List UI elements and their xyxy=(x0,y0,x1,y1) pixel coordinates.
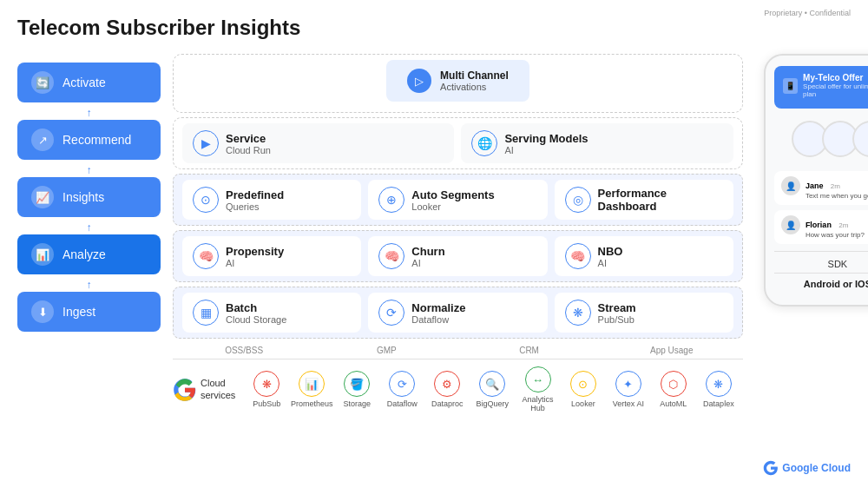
service-bigquery: 🔍 BigQuery xyxy=(471,371,513,408)
normalize-title: Normalize xyxy=(411,301,465,314)
vertex-ai-label: Vertex AI xyxy=(613,399,644,408)
automl-icon: ⬡ xyxy=(661,371,687,397)
performance-dashboard-icon: ◎ xyxy=(565,187,591,213)
phone-message-florian: 👤 Florian 2m How was your trip? xyxy=(774,210,868,244)
florian-name: Florian xyxy=(806,221,832,229)
normalize-box: ⟳ Normalize Dataflow xyxy=(368,293,547,333)
google-logo-icon xyxy=(173,378,197,402)
dataflow-icon: ⟳ xyxy=(389,371,415,397)
analyze-button[interactable]: 📊 Analyze xyxy=(17,234,161,274)
analyze-icon: 📊 xyxy=(31,243,54,266)
ingest-icon: ⬇ xyxy=(31,300,54,323)
jane-name: Jane xyxy=(806,181,824,190)
service-automl: ⬡ AutoML xyxy=(653,371,694,408)
serving-models-subtitle: AI xyxy=(504,145,588,155)
ingest-row: ▦ Batch Cloud Storage ⟳ Normalize Datafl… xyxy=(182,293,733,333)
nbo-subtitle: AI xyxy=(598,258,623,268)
label-app-usage: App Usage xyxy=(604,346,740,355)
confidential-label: Proprietary • Confidential xyxy=(764,9,851,17)
offer-icon: 📱 xyxy=(783,78,798,94)
looker-icon: ⊙ xyxy=(570,371,596,397)
stream-title: Stream xyxy=(598,301,636,314)
service-dataplex: ❋ Dataplex xyxy=(698,371,740,408)
bigquery-icon: 🔍 xyxy=(479,371,505,397)
google-cloud-brand: Google Cloud xyxy=(763,460,851,476)
predefined-subtitle: Queries xyxy=(226,201,284,212)
batch-title: Batch xyxy=(226,301,286,314)
predefined-icon: ⊙ xyxy=(193,187,219,213)
pubsub-icon: ❋ xyxy=(253,371,279,397)
dataplex-label: Dataplex xyxy=(703,399,734,408)
churn-icon: 🧠 xyxy=(378,243,404,269)
jane-message: Text me when you get here! xyxy=(806,192,868,200)
analytics-hub-icon: ↔ xyxy=(525,366,551,392)
phone-message-jane: 👤 Jane 2m Text me when you get here! xyxy=(774,171,868,205)
insights-icon: 📈 xyxy=(31,186,54,208)
activate-label: Activate xyxy=(62,76,106,89)
dataplex-icon: ❋ xyxy=(706,371,732,397)
storage-icon: 🪣 xyxy=(344,371,370,397)
service-prometheus: 📊 Prometheus xyxy=(291,371,332,408)
arrow-2: ↑ xyxy=(17,167,161,174)
normalize-subtitle: Dataflow xyxy=(411,314,465,325)
phone-column: 📱 My-Telco Offer Special offer for unlim… xyxy=(755,54,868,436)
storage-label: Storage xyxy=(344,399,372,408)
label-gmp: GMP xyxy=(319,346,454,355)
florian-message: How was your trip? xyxy=(806,231,865,239)
recommend-button[interactable]: ↗ Recommend xyxy=(17,120,161,160)
label-crm: CRM xyxy=(461,346,596,355)
ingest-button[interactable]: ⬇ Ingest xyxy=(17,292,161,332)
multichannel-subtitle: Activations xyxy=(440,82,509,92)
service-storage: 🪣 Storage xyxy=(336,371,378,408)
service-vertex-ai: ✦ Vertex AI xyxy=(608,371,649,408)
phone-sdk-label: SDK xyxy=(774,251,868,269)
dataflow-label: Dataflow xyxy=(387,399,418,408)
normalize-icon: ⟳ xyxy=(378,300,404,326)
label-oss: OSS/BSS xyxy=(176,346,312,355)
circle-c xyxy=(852,121,868,157)
nbo-title: NBO xyxy=(598,245,623,258)
cloud-text-label: Cloudservices xyxy=(201,378,235,400)
auto-segments-subtitle: Looker xyxy=(411,201,494,212)
ingest-label: Ingest xyxy=(62,305,95,319)
looker-label: Looker xyxy=(571,399,595,408)
insights-section: ⊙ Predefined Queries ⊕ Auto Segments Loo… xyxy=(173,174,743,226)
propensity-subtitle: AI xyxy=(226,258,284,268)
dataproc-label: Dataproc xyxy=(431,399,464,408)
stream-subtitle: Pub/Sub xyxy=(598,314,636,325)
google-brand: Cloudservices xyxy=(173,378,235,402)
florian-time: 2m xyxy=(838,221,848,229)
multichannel-section: ▷ Multi Channel Activations xyxy=(173,54,743,113)
google-cloud-text: Google Cloud xyxy=(782,462,851,474)
analyze-section: 🧠 Propensity AI 🧠 Churn AI xyxy=(173,230,743,282)
propensity-title: Propensity xyxy=(226,245,284,258)
service-title: Service xyxy=(226,132,271,145)
batch-subtitle: Cloud Storage xyxy=(226,314,286,325)
service-analytics-hub: ↔ Analytics Hub xyxy=(516,366,559,412)
left-nav-column: 🔄 Activate ↑ ↗ Recommend ↑ 📈 Insights ↑ … xyxy=(17,54,161,436)
phone-offer-card: 📱 My-Telco Offer Special offer for unlim… xyxy=(774,66,868,109)
multichannel-box: ▷ Multi Channel Activations xyxy=(386,60,529,102)
churn-box: 🧠 Churn AI xyxy=(368,236,547,276)
phone-platform-label: Android or IOS xyxy=(774,273,868,294)
recommend-label: Recommend xyxy=(62,133,131,147)
vertex-ai-icon: ✦ xyxy=(615,371,641,397)
service-pubsub: ❋ PubSub xyxy=(246,371,287,408)
insights-button[interactable]: 📈 Insights xyxy=(17,177,161,217)
activate-button[interactable]: 🔄 Activate xyxy=(17,63,161,102)
arrow-3: ↑ xyxy=(17,224,161,231)
auto-segments-icon: ⊕ xyxy=(378,187,404,213)
offer-subtitle: Special offer for unlimited plan xyxy=(803,82,868,98)
prometheus-label: Prometheus xyxy=(291,399,333,408)
jane-avatar: 👤 xyxy=(781,176,800,195)
offer-title: My-Telco Offer xyxy=(803,73,868,82)
multichannel-title: Multi Channel xyxy=(440,69,509,82)
performance-dashboard-title: Performance Dashboard xyxy=(598,187,723,213)
nbo-icon: 🧠 xyxy=(565,243,591,269)
service-dataproc: ⚙ Dataproc xyxy=(426,371,468,408)
phone-mockup: 📱 My-Telco Offer Special offer for unlim… xyxy=(764,54,868,307)
service-section: ▶ Service Cloud Run 🌐 Serving Models AI xyxy=(173,117,743,169)
propensity-box: 🧠 Propensity AI xyxy=(182,236,361,276)
dataproc-icon: ⚙ xyxy=(434,371,460,397)
insights-label: Insights xyxy=(62,190,104,204)
